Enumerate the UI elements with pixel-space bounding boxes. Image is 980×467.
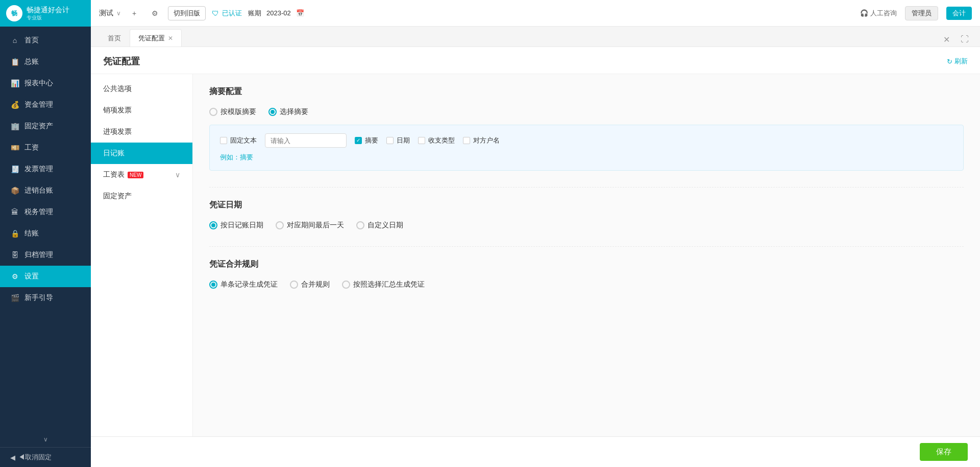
archive-icon: 🗄 [10,250,19,260]
sidebar-item-label: 固定资产 [24,122,53,131]
checkbox-counterpart[interactable]: 对方户名 [463,136,500,145]
menu-item-fixed-assets[interactable]: 固定资产 [91,185,192,207]
accountant-button[interactable]: 会计 [946,7,972,20]
assets-icon: 🏢 [10,122,19,131]
sidebar-item-funds[interactable]: 💰 资金管理 [0,94,91,115]
main-area: 测试 ∨ + ⚙ 切到旧版 🛡 已认证 账期 2023-02 📅 🎧 [91,0,980,467]
close-window-button[interactable]: ✕ [939,32,953,46]
cancel-fixed-button[interactable]: ◀ ◀取消固定 [0,447,91,467]
date-option-custom[interactable]: 自定义日期 [356,221,403,230]
headset-icon: 🎧 [860,9,868,17]
sidebar-item-sales[interactable]: 📦 进销台账 [0,180,91,201]
merge-option-single[interactable]: 单条记录生成凭证 [209,280,278,289]
checkbox-counterpart-box[interactable] [463,137,470,144]
summary-option-template[interactable]: 按模版摘要 [209,107,256,116]
period-display: 账期 2023-02 📅 [248,9,304,18]
checkbox-date[interactable]: 日期 [386,136,410,145]
save-button[interactable]: 保存 [920,443,968,461]
page-content: 凭证配置 ↻ 刷新 公共选项 销项发票 进项发票 [91,47,980,467]
summary-radio-select[interactable] [268,108,277,116]
switch-old-button[interactable]: 切到旧版 [168,6,206,20]
new-badge: NEW [128,172,143,178]
date-option-period-last[interactable]: 对应期间最后一天 [276,221,344,230]
sidebar-item-guide[interactable]: 🎬 新手引导 [0,287,91,309]
payroll-expand-icon[interactable]: ∨ [175,171,180,179]
merge-radio-rule[interactable] [290,281,298,289]
merge-radio-summary[interactable] [342,281,350,289]
summary-example: 例如：摘要 [220,153,953,162]
company-name: 测试 [99,9,113,18]
sidebar-scroll-down[interactable]: ∨ [0,432,91,447]
ledger-icon: 📋 [10,57,19,66]
service-button[interactable]: 🎧 人工咨询 [860,9,897,18]
merge-option-summary[interactable]: 按照选择汇总生成凭证 [342,280,425,289]
sidebar-item-invoice[interactable]: 🧾 发票管理 [0,158,91,180]
logo-title: 畅捷通好会计 [27,5,69,14]
sidebar-item-archive[interactable]: 🗄 归档管理 [0,244,91,266]
checkbox-income-type-box[interactable] [418,137,425,144]
voucher-merge-title: 凭证合并规则 [209,259,964,270]
sidebar-item-label: 归档管理 [24,250,53,260]
summary-sub-options-box: 固定文本 摘要 日期 [209,125,964,171]
funds-icon: 💰 [10,100,19,109]
sidebar-item-label: 结账 [24,229,39,238]
settings-icon: ⚙ [10,272,19,281]
add-button[interactable]: + [127,6,141,20]
company-selector[interactable]: 测试 ∨ [99,9,121,18]
tax-icon: 🏛 [10,207,19,217]
topbar-actions: + ⚙ 切到旧版 [127,6,206,20]
checkbox-summary-box[interactable] [355,137,362,144]
date-radio-period-last[interactable] [276,221,284,229]
topbar-settings-button[interactable]: ⚙ [148,6,162,20]
left-menu: 公共选项 销项发票 进项发票 日记账 工资表 NEW ∨ [91,74,193,467]
summary-option-select[interactable]: 选择摘要 [268,107,308,116]
sidebar-item-close[interactable]: 🔒 结账 [0,223,91,244]
date-option-journal[interactable]: 按日记账日期 [209,221,263,230]
page-title: 凭证配置 [103,55,140,67]
topbar: 测试 ∨ + ⚙ 切到旧版 🛡 已认证 账期 2023-02 📅 🎧 [91,0,980,27]
date-radio-journal[interactable] [209,221,217,229]
fixed-text-input[interactable] [265,133,347,148]
sidebar-item-assets[interactable]: 🏢 固定资产 [0,115,91,137]
menu-item-journal[interactable]: 日记账 [91,143,192,164]
summary-radio-template[interactable] [209,108,217,116]
company-chevron-icon: ∨ [116,10,121,17]
checkbox-summary[interactable]: 摘要 [355,136,378,145]
section-divider-2 [209,246,964,247]
sidebar-item-reports[interactable]: 📊 报表中心 [0,73,91,94]
menu-item-purchase-invoice[interactable]: 进项发票 [91,121,192,143]
tab-voucher-config[interactable]: 凭证配置 ✕ [130,29,182,46]
checkbox-date-box[interactable] [386,137,394,144]
sidebar-item-label: 设置 [24,272,39,281]
admin-button[interactable]: 管理员 [905,6,938,20]
date-radio-custom[interactable] [356,221,364,229]
tab-close-icon[interactable]: ✕ [168,35,173,42]
merge-radio-single[interactable] [209,281,217,289]
sidebar-item-label: 税务管理 [24,207,53,217]
sidebar-item-settings[interactable]: ⚙ 设置 [0,266,91,287]
logo-icon: 畅 [6,5,22,21]
tab-home[interactable]: 首页 [99,29,130,46]
voucher-merge-radio-group: 单条记录生成凭证 合并规则 按照选择汇总生成凭证 [209,280,964,289]
merge-option-rule[interactable]: 合并规则 [290,280,330,289]
sidebar-item-wages[interactable]: 💴 工资 [0,137,91,158]
sidebar-item-ledger[interactable]: 📋 总账 [0,51,91,73]
checkbox-fixed-text-box[interactable] [220,137,227,144]
refresh-button[interactable]: ↻ 刷新 [947,57,968,66]
checkbox-income-type[interactable]: 收支类型 [418,136,455,145]
arrow-left-icon: ◀ [10,454,15,461]
menu-item-sales-invoice[interactable]: 销项发票 [91,100,192,121]
sidebar-item-tax[interactable]: 🏛 税务管理 [0,201,91,223]
calendar-icon[interactable]: 📅 [296,9,304,17]
menu-item-public[interactable]: 公共选项 [91,78,192,100]
menu-item-payroll[interactable]: 工资表 NEW ∨ [91,164,192,185]
guide-icon: 🎬 [10,293,19,302]
fullscreen-button[interactable]: ⛶ [958,32,972,46]
sidebar-item-label: 资金管理 [24,100,53,109]
sidebar: 畅 畅捷通好会计 专业版 ⌂ 首页 📋 总账 📊 报表中心 💰 资金管理 [0,0,91,467]
home-icon: ⌂ [10,36,19,45]
summary-section-title: 摘要配置 [209,86,964,97]
voucher-date-title: 凭证日期 [209,200,964,211]
checkbox-fixed-text[interactable]: 固定文本 [220,136,257,145]
sidebar-item-home[interactable]: ⌂ 首页 [0,30,91,51]
